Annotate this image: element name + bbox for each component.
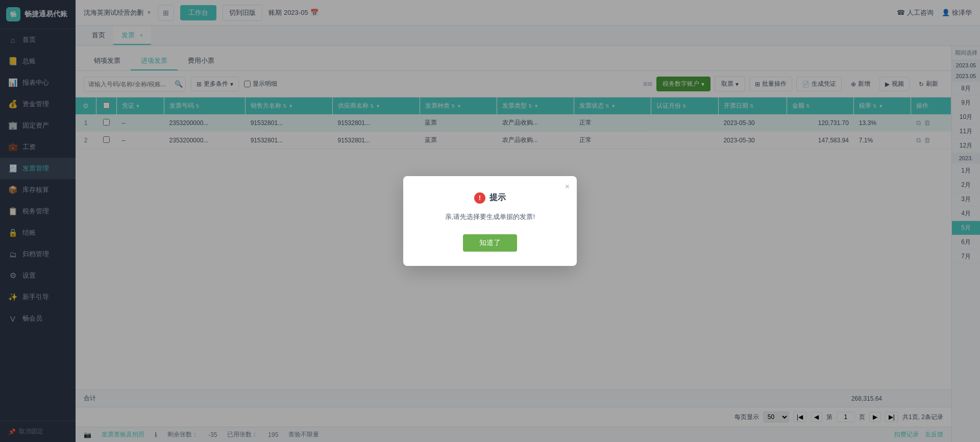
dialog-title: 提示: [489, 192, 506, 203]
alert-dialog: × ! 提示 亲,请先选择要生成单据的发票! 知道了: [403, 176, 577, 266]
dialog-message: 亲,请先选择要生成单据的发票!: [424, 212, 556, 223]
dialog-close-button[interactable]: ×: [565, 182, 570, 191]
warning-icon: !: [474, 192, 485, 204]
dialog-header: ! 提示: [424, 192, 556, 204]
modal-overlay[interactable]: × ! 提示 亲,请先选择要生成单据的发票! 知道了: [0, 0, 980, 442]
dialog-ok-button[interactable]: 知道了: [463, 234, 517, 252]
